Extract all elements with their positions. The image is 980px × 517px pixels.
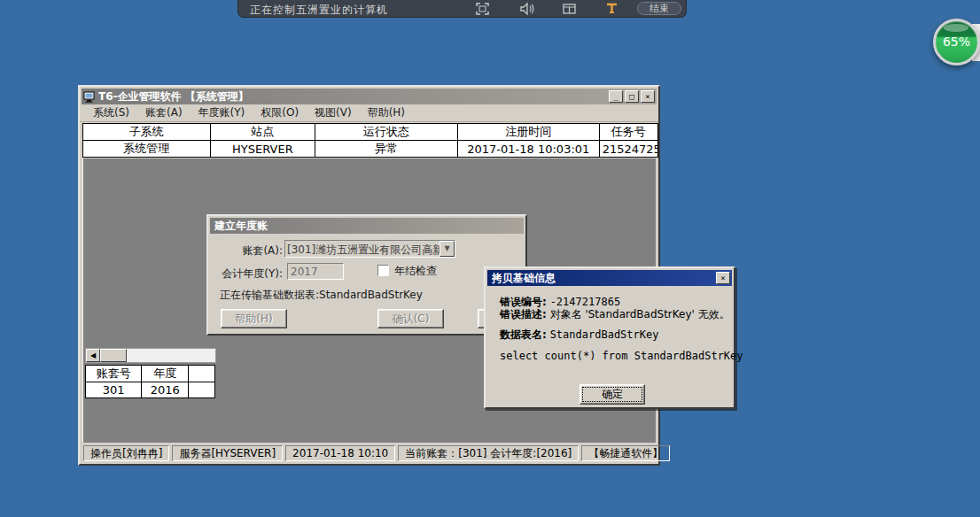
- menu-view[interactable]: 视图(V): [307, 104, 360, 122]
- accountset-row[interactable]: 301 2016: [86, 382, 215, 398]
- performance-value: 65%: [936, 35, 977, 49]
- close-button[interactable]: ×: [641, 90, 655, 103]
- chevron-down-icon[interactable]: ▼: [439, 241, 455, 257]
- process-row[interactable]: 系统管理 HYSERVER 异常 2017-01-18 10:03:01 215…: [83, 141, 658, 158]
- accountset-header-row: 账套号 年度: [86, 366, 215, 382]
- col-taskno: 任务号: [599, 124, 657, 141]
- transfer-progress-text: 正在传输基础数据表:StandardBadStrKey: [220, 288, 423, 303]
- account-combobox[interactable]: [301]潍坊五洲置业有限公司高新[ ▼: [284, 240, 455, 258]
- error-desc-label: 错误描述:: [500, 308, 547, 320]
- ok-button[interactable]: 确定: [579, 384, 645, 405]
- process-header-row: 子系统 站点 运行状态 注册时间 任务号: [83, 124, 658, 141]
- fullscreen-icon[interactable]: [475, 2, 490, 16]
- error-desc-line: 错误描述: 对象名 'StandardBadStrKey' 无效。: [500, 307, 730, 322]
- scroll-left-button[interactable]: ◀: [86, 349, 100, 362]
- col-site: 站点: [210, 124, 315, 141]
- col-year: 年度: [142, 366, 189, 382]
- table-name-value: StandardBadStrKey: [550, 328, 659, 341]
- connection-icon[interactable]: [604, 2, 619, 16]
- col-empty: [189, 366, 215, 382]
- error-dialog-title: 拷贝基础信息: [492, 271, 714, 286]
- account-label: 账套(A):: [208, 243, 283, 258]
- close-icon[interactable]: ×: [716, 272, 730, 284]
- copy-basic-info-error-dialog: 拷贝基础信息 × 错误编号: -2147217865 错误描述: 对象名 'St…: [484, 266, 735, 409]
- performance-ball[interactable]: 65%: [933, 19, 980, 66]
- menu-permission[interactable]: 权限(O): [253, 104, 307, 122]
- menu-accountset[interactable]: 账套(A): [137, 104, 191, 122]
- error-number-label: 错误编号:: [500, 296, 547, 308]
- cell-subsystem: 系统管理: [83, 141, 211, 158]
- fiscal-year-label: 会计年度(Y):: [208, 266, 283, 282]
- menu-help[interactable]: 帮助(H): [360, 104, 413, 122]
- cell-site: HYSERVER: [210, 141, 315, 158]
- menubar: 系统(S) 账套(A) 年度账(Y) 权限(O) 视图(V) 帮助(H): [80, 104, 658, 122]
- fiscal-year-input[interactable]: 2017: [287, 263, 344, 280]
- status-datetime: 2017-01-18 10:10: [285, 445, 395, 461]
- menu-annual[interactable]: 年度账(Y): [191, 104, 253, 122]
- speaker-icon[interactable]: [519, 2, 534, 16]
- minimize-button[interactable]: _: [609, 90, 623, 103]
- status-bar: 操作员[刘冉冉] 服务器[HYSERVER] 2017-01-18 10:10 …: [82, 444, 657, 462]
- status-current-accountset: 当前账套：[301] 会计年度:[2016]: [398, 445, 579, 461]
- maximize-button[interactable]: □: [625, 90, 639, 103]
- error-dialog-titlebar: 拷贝基础信息 ×: [487, 270, 732, 286]
- account-combobox-value: [301]潍坊五洲置业有限公司高新[: [285, 241, 439, 257]
- status-server: 服务器[HYSERVER]: [172, 445, 283, 461]
- table-name-label: 数据表名:: [500, 328, 547, 341]
- app-icon: [83, 91, 96, 103]
- error-desc-value: 对象名 'StandardBadStrKey' 无效。: [550, 308, 730, 320]
- remote-control-bar: 正在控制五洲置业的计算机 结束: [237, 0, 687, 18]
- create-annual-account-dialog: 建立年度账 账套(A): [301]潍坊五洲置业有限公司高新[ ▼ 会计年度(Y…: [206, 214, 527, 336]
- cell-accountset-no: 301: [86, 382, 142, 398]
- cell-year: 2016: [142, 382, 189, 398]
- menu-system[interactable]: 系统(S): [85, 104, 137, 122]
- status-vendor: 【畅捷通软件】: [581, 445, 670, 461]
- main-window-titlebar: T6-企业管理软件 【系统管理】 _ □ ×: [82, 89, 657, 104]
- year-end-check-label: 年结检查: [394, 264, 437, 279]
- main-window-title: T6-企业管理软件 【系统管理】: [98, 89, 607, 104]
- cell-status: 异常: [315, 141, 458, 158]
- remote-status-text: 正在控制五洲置业的计算机: [250, 3, 388, 18]
- status-operator: 操作员[刘冉冉]: [83, 445, 169, 461]
- cell-empty: [189, 382, 215, 398]
- help-button[interactable]: 帮助(H): [221, 309, 287, 328]
- end-session-button[interactable]: 结束: [637, 2, 681, 15]
- sql-text: select count(*) from StandardBadStrKey: [500, 350, 743, 362]
- new-window-icon[interactable]: [562, 2, 577, 16]
- horizontal-scrollbar[interactable]: ◀: [85, 348, 216, 363]
- cell-regtime: 2017-01-18 10:03:01: [457, 141, 599, 158]
- process-table: 子系统 站点 运行状态 注册时间 任务号 系统管理 HYSERVER 异常 20…: [82, 123, 658, 158]
- year-dialog-titlebar: 建立年度账: [210, 218, 524, 234]
- table-name-line: 数据表名: StandardBadStrKey: [500, 328, 658, 343]
- accountset-table: 账套号 年度 301 2016: [85, 365, 215, 398]
- col-status: 运行状态: [315, 124, 458, 141]
- col-regtime: 注册时间: [457, 124, 599, 141]
- year-dialog-title: 建立年度账: [214, 219, 522, 234]
- year-end-check-checkbox[interactable]: [377, 265, 389, 276]
- cell-taskno: 21524725: [599, 141, 657, 158]
- col-subsystem: 子系统: [83, 124, 211, 141]
- error-number-value: -2147217865: [550, 296, 620, 308]
- scrollbar-thumb[interactable]: [100, 349, 127, 362]
- col-accountset-no: 账套号: [86, 366, 142, 382]
- confirm-button[interactable]: 确认(C): [377, 309, 444, 328]
